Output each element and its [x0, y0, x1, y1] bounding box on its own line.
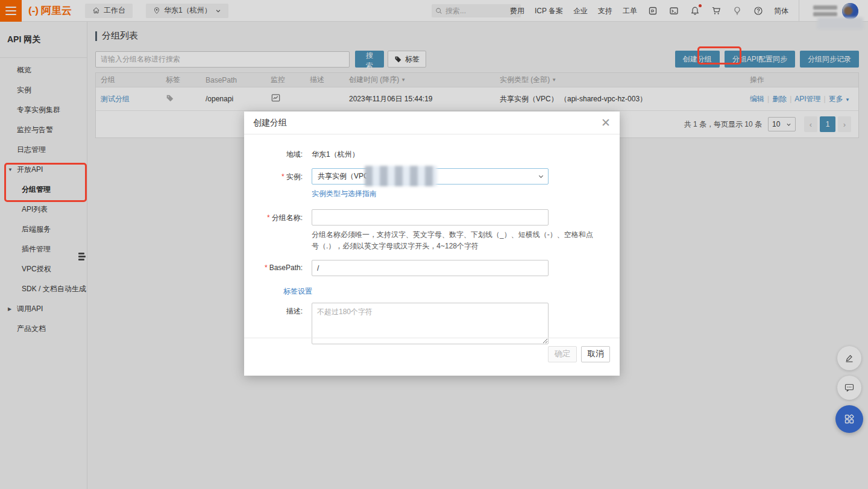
modal-title: 创建分组: [253, 118, 287, 128]
confirm-button[interactable]: 确定: [548, 346, 577, 362]
instance-name-blurred: [365, 166, 437, 186]
instance-row: *实例: 共享实例（VPC） 实例类型与选择指南: [244, 168, 620, 199]
group-name-input[interactable]: [312, 209, 549, 226]
basepath-label: *BasePath:: [244, 260, 312, 276]
close-icon[interactable]: ✕: [601, 117, 611, 128]
basepath-row: *BasePath:: [244, 260, 620, 276]
required-asterisk: *: [281, 172, 285, 181]
required-asterisk: *: [265, 263, 268, 272]
chevron-down-icon: [538, 173, 544, 180]
region-value: 华东1（杭州）: [312, 146, 549, 160]
instance-guide-link[interactable]: 实例类型与选择指南: [312, 189, 377, 199]
basepath-input[interactable]: [312, 260, 549, 276]
tag-settings-link[interactable]: 标签设置: [283, 286, 312, 297]
cancel-button[interactable]: 取消: [581, 346, 610, 362]
region-row: 地域: 华东1（杭州）: [244, 146, 620, 160]
group-name-label: *分组名称:: [244, 209, 312, 251]
group-name-row: *分组名称: 分组名称必须唯一，支持汉字、英文字母、数字、下划线（_）、短横线（…: [244, 209, 620, 251]
instance-label: *实例:: [244, 168, 312, 199]
create-group-modal: 创建分组 ✕ 地域: 华东1（杭州） *实例: 共享实例（VPC） 实例类型与选…: [244, 112, 620, 376]
required-asterisk: *: [267, 213, 270, 222]
region-label: 地域:: [244, 146, 312, 160]
group-name-help: 分组名称必须唯一，支持汉字、英文字母、数字、下划线（_）、短横线（-）、空格和点…: [312, 229, 596, 251]
